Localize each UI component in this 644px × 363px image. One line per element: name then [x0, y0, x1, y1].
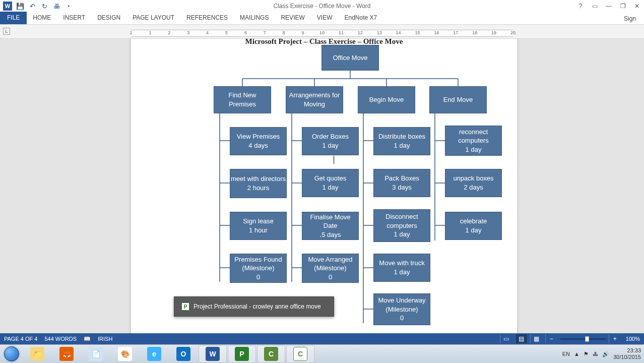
task-name: Disconnect computers: [374, 212, 430, 230]
save-icon[interactable]: 💾: [16, 2, 24, 10]
chart-node-task: Finalise Move Date .5 days: [302, 212, 359, 240]
qat-more-icon[interactable]: ▾: [65, 2, 73, 10]
tab-design[interactable]: DESIGN: [91, 12, 126, 24]
titlebar: W 💾 ↶ ↻ 🖶 ▾ Class Exercise - Office Move…: [0, 0, 644, 12]
chart-node-task: Move with truck 1 day: [373, 254, 430, 282]
system-tray: EN ▲ ⚑ 🖧 🔊 23:33 30/10/2015: [559, 347, 644, 360]
tab-page-layout[interactable]: PAGE LAYOUT: [126, 12, 180, 24]
word-app-icon: W: [3, 2, 12, 11]
chart-node-task: unpack boxes 2 days: [445, 169, 502, 197]
task-duration: 1 day: [445, 145, 501, 154]
task-name: Finalise Move Date: [302, 213, 358, 230]
read-mode-button[interactable]: ▭: [500, 334, 512, 343]
ruler-tick: 8: [283, 30, 285, 35]
task-duration: 1 hour: [230, 226, 286, 235]
task-duration: 1 day: [302, 183, 358, 192]
task-duration: 1 day: [374, 141, 430, 150]
tray-volume-icon[interactable]: 🔊: [602, 351, 609, 357]
tray-clock[interactable]: 23:33 30/10/2015: [613, 347, 641, 360]
taskbar-paint[interactable]: 🎨: [111, 345, 139, 363]
tray-lang[interactable]: EN: [562, 351, 570, 357]
quickprint-icon[interactable]: 🖶: [52, 2, 60, 10]
tab-references[interactable]: REFERENCES: [180, 12, 234, 24]
ruler-tick: 7: [264, 30, 266, 35]
zoom-slider[interactable]: [560, 338, 606, 340]
chart-node-task: Distribute boxes 1 day: [373, 127, 430, 155]
chart-node-task: Pack Boxes 3 days: [373, 169, 430, 197]
ruler-tick: 16: [434, 30, 439, 35]
chart-node-task: Order Boxes 1 day: [302, 127, 359, 155]
taskbar-explorer[interactable]: 📁: [23, 345, 51, 363]
help-icon[interactable]: ?: [575, 2, 586, 11]
start-button[interactable]: [0, 345, 23, 364]
task-name: meet with directors: [230, 174, 286, 184]
sign-in-link[interactable]: Sign: [621, 13, 639, 24]
zoom-in-button[interactable]: +: [609, 334, 621, 343]
taskbar-notepad[interactable]: 📄: [82, 345, 110, 363]
tray-chevron-icon[interactable]: ▲: [574, 351, 579, 357]
ruler-tick: 6: [244, 30, 247, 35]
tab-insert[interactable]: INSERT: [57, 12, 91, 24]
task-name: reconnect computers: [445, 128, 501, 145]
ribbon-options-icon[interactable]: ▭: [590, 2, 600, 11]
close-icon[interactable]: ✕: [632, 2, 642, 11]
taskbar-camtasia[interactable]: C: [257, 345, 285, 363]
redo-icon[interactable]: ↻: [40, 2, 48, 10]
minimize-icon[interactable]: —: [604, 2, 614, 11]
taskbar-outlook[interactable]: O: [169, 345, 198, 363]
taskbar-ie[interactable]: e: [140, 345, 168, 363]
task-duration: 0: [374, 314, 430, 323]
ruler-tick: 17: [453, 30, 458, 35]
project-app-icon: P: [181, 302, 189, 311]
status-page[interactable]: PAGE 4 OF 4: [4, 336, 37, 342]
ruler-tick: 15: [415, 30, 420, 35]
restore-icon[interactable]: ❐: [618, 2, 628, 11]
node-label: Begin Move: [358, 95, 415, 104]
tray-network-icon[interactable]: 🖧: [593, 351, 598, 357]
tab-review[interactable]: REVIEW: [275, 12, 310, 24]
taskbar-project[interactable]: P: [228, 345, 256, 363]
document-area: Microsoft Project – Class Exercise – Off…: [0, 39, 644, 338]
chart-node-root: Office Move: [321, 45, 379, 71]
task-name: View Premises: [230, 132, 286, 141]
ruler-tick: 2: [168, 30, 170, 35]
status-language[interactable]: IRISH: [98, 336, 112, 342]
file-tab[interactable]: FILE: [0, 12, 27, 24]
proofing-icon[interactable]: 📖: [84, 336, 91, 342]
undo-icon[interactable]: ↶: [28, 2, 36, 10]
task-duration: 1 day: [302, 141, 358, 150]
chart-node-task: Disconnect computers 1 day: [373, 209, 430, 242]
taskbar-word[interactable]: W: [199, 345, 227, 363]
tab-home[interactable]: HOME: [27, 12, 57, 24]
task-duration: .5 days: [302, 230, 358, 239]
tray-time: 23:33: [613, 347, 641, 354]
ruler-tick: 1: [130, 30, 132, 35]
chart-node-task: Get quotes 1 day: [302, 169, 359, 197]
chart-node-branch: Arrangements for Moving: [286, 86, 343, 113]
zoom-level[interactable]: 100%: [626, 336, 640, 342]
status-words[interactable]: 544 WORDS: [44, 336, 77, 342]
print-layout-button[interactable]: ▤: [515, 334, 527, 343]
task-duration: 0: [302, 273, 358, 282]
tab-endnote[interactable]: EndNote X7: [338, 12, 383, 24]
window-buttons: ? ▭ — ❐ ✕: [575, 2, 642, 11]
taskbar-camtasia-editor[interactable]: C: [286, 345, 314, 363]
chart-node-task: Sign lease 1 hour: [230, 212, 287, 240]
tab-view[interactable]: VIEW: [311, 12, 339, 24]
tab-mailings[interactable]: MAILINGS: [234, 12, 275, 24]
taskbar-firefox[interactable]: 🦊: [52, 345, 81, 363]
horizontal-ruler[interactable]: 11234567891011121314151617181920: [131, 30, 513, 37]
ruler-tick: 4: [206, 30, 209, 35]
ruler-tick: 12: [358, 30, 363, 35]
zoom-out-button[interactable]: −: [545, 334, 557, 343]
chart-node-branch: End Move: [429, 86, 487, 113]
web-layout-button[interactable]: ▦: [530, 334, 542, 343]
page[interactable]: Microsoft Project – Class Exercise – Off…: [131, 39, 517, 338]
tab-selector[interactable]: L: [3, 28, 10, 35]
ruler-tick: 3: [187, 30, 189, 35]
task-name: Pack Boxes: [374, 174, 430, 183]
ruler-tick: 19: [491, 30, 496, 35]
tray-action-center-icon[interactable]: ⚑: [584, 351, 589, 357]
chart-node-task: Move Underway (Milestone) 0: [373, 293, 430, 325]
task-duration: 4 days: [230, 141, 286, 150]
